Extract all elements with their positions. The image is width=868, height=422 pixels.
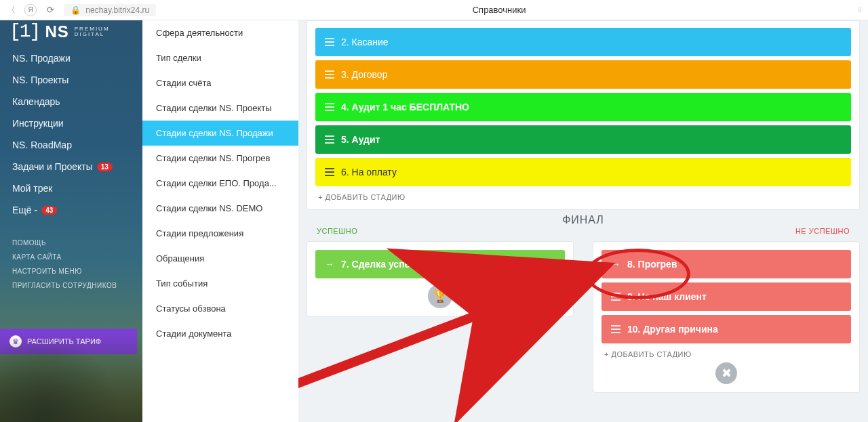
footer-configure-menu[interactable]: НАСТРОИТЬ МЕНЮ [0,264,142,278]
back-icon[interactable]: 〈 [5,5,16,16]
stage-row-fail[interactable]: 10. Другая причина [601,315,851,343]
stage-row-success[interactable]: →7. Сделка успешна [315,250,565,278]
footer-help[interactable]: ПОМОЩЬ [0,236,142,250]
sub-item[interactable]: Стадии сделки NS. Прогрев [142,146,298,171]
sub-item[interactable]: Стадии сделки NS. Проекты [142,96,298,121]
main-sidebar: [1] NS PREMIUM DIGITAL NS. Продажи NS. П… [0,20,142,422]
sub-sidebar: Сфера деятельностиТип сделкиСтадии счёта… [142,20,298,422]
add-fail-stage-button[interactable]: + ДОБАВИТЬ СТАДИЮ [601,347,851,358]
page-title: Справочники [156,5,842,15]
add-stage-button[interactable]: + ДОБАВИТЬ СТАДИЮ [315,190,851,201]
drag-icon[interactable] [325,135,334,144]
stage-label: 6. На оплату [341,167,397,177]
sub-item[interactable]: Обращения [142,246,298,271]
content: 2. Касание3. Договор4. Аудит 1 час БЕСПЛ… [298,20,868,422]
footer-invite[interactable]: ПРИГЛАСИТЬ СОТРУДНИКОВ [0,278,142,293]
sub-item[interactable]: Стадии счёта [142,70,298,96]
sub-item[interactable]: Тип события [142,271,298,296]
reload-icon[interactable]: ⟳ [45,5,56,16]
sub-item[interactable]: Статусы обзвона [142,296,298,321]
stage-row[interactable]: 4. Аудит 1 час БЕСПЛАТНО [315,93,851,121]
badge-tasks: 13 [97,163,113,171]
sub-item[interactable]: Сфера деятельности [142,20,298,45]
fail-column: НЕ УСПЕШНО →8. Прогрев9. Не наш клиент10… [593,241,860,393]
stage-label: 4. Аудит 1 час БЕСПЛАТНО [341,102,469,112]
stage-label: 8. Прогрев [627,259,677,270]
arrow-icon: → [325,259,334,270]
nav-item-projects[interactable]: NS. Проекты [0,69,142,91]
drag-icon[interactable] [611,293,620,301]
fail-label: НЕ УСПЕШНО [795,227,850,235]
logo-name: NS [45,22,68,41]
drag-icon[interactable] [325,103,334,111]
stage-label: 10. Другая причина [627,324,718,335]
footer-sitemap[interactable]: КАРТА САЙТА [0,250,142,264]
nav-footer: ПОМОЩЬ КАРТА САЙТА НАСТРОИТЬ МЕНЮ ПРИГЛА… [0,232,142,297]
stage-row[interactable]: 2. Касание [315,28,851,56]
nav-item-tasks[interactable]: Задачи и Проекты13 [0,156,142,177]
url-text: nechay.bitrix24.ru [85,5,149,15]
arrow-icon: → [611,259,620,270]
nav-main: NS. Продажи NS. Проекты Календарь Инстру… [0,43,142,225]
sub-item[interactable]: Тип сделки [142,45,298,70]
sub-item[interactable]: Стадии документа [142,321,298,346]
logo-badge: [1] [9,21,39,42]
close-icon: ✖ [715,362,737,384]
stage-label: 5. Аудит [341,134,380,145]
stage-row[interactable]: 6. На оплату [315,158,851,186]
nav-item-more[interactable]: Ещё -43 [0,199,142,221]
stage-label: 9. Не наш клиент [627,291,707,302]
success-label: УСПЕШНО [317,227,357,235]
sub-item[interactable]: Стадии сделки NS. Продажи [142,121,298,146]
drag-icon[interactable] [325,38,334,46]
drag-icon[interactable] [611,325,620,333]
nav-item-sales[interactable]: NS. Продажи [0,47,142,69]
trophy-icon: 🏆 [428,284,452,308]
drag-icon[interactable] [325,168,334,176]
stage-label: 2. Касание [341,37,389,47]
sub-item[interactable]: Стадии предложения [142,221,298,246]
stages-main-block: 2. Касание3. Договор4. Аудит 1 час БЕСПЛ… [307,20,860,210]
nav-item-instructions[interactable]: Инструкции [0,112,142,134]
browser-bar: 〈 Я ⟳ 🔒 nechay.bitrix24.ru Справочники ⍤ [0,0,868,20]
drag-icon[interactable] [325,70,334,79]
sub-item[interactable]: Стадии сделки ЕПО. Прода... [142,171,298,196]
yandex-logo-icon[interactable]: Я [24,4,37,16]
crown-icon: ♛ [9,335,22,347]
stage-row[interactable]: 5. Аудит [315,125,851,154]
stage-label: 3. Договор [341,69,387,80]
lock-icon: 🔒 [71,5,81,15]
logo-sub2: DIGITAL [75,32,110,37]
stage-row-fail[interactable]: →8. Прогрев [601,250,851,278]
extend-tariff-button[interactable]: ♛ РАСШИРИТЬ ТАРИФ [0,329,137,354]
badge-more: 43 [41,206,57,215]
stage-row-fail[interactable]: 9. Не наш клиент [601,282,851,311]
url-box[interactable]: 🔒 nechay.bitrix24.ru [64,4,156,16]
extension-icon[interactable]: ⍤ [857,5,863,15]
nav-item-calendar[interactable]: Календарь [0,91,142,112]
final-title: ФИНАЛ [307,214,860,226]
stage-label: 7. Сделка успешна [341,259,429,270]
stage-row[interactable]: 3. Договор [315,60,851,89]
logo[interactable]: [1] NS PREMIUM DIGITAL [0,20,142,43]
nav-item-mytrack[interactable]: Мой трек [0,177,142,199]
success-column: УСПЕШНО →7. Сделка успешна 🏆 [307,241,574,317]
nav-item-roadmap[interactable]: NS. RoadMap [0,134,142,156]
sub-item[interactable]: Стадии сделки NS. DEMO [142,196,298,221]
